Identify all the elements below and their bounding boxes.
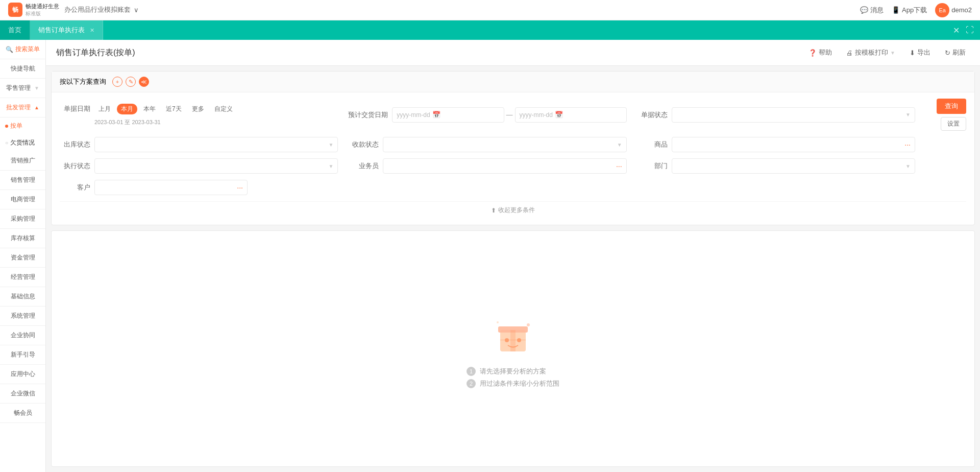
breadcrumb[interactable]: 办公用品行业模拟账套 ∨ [64, 5, 139, 14]
expected-date-range: yyyy-mm-dd 📅 — yyyy-mm-dd 📅 [392, 107, 626, 123]
preset-more[interactable]: 更多 [188, 104, 208, 114]
preset-this-month[interactable]: 本月 [117, 104, 137, 114]
sidebar-item-sales[interactable]: 销售管理 [0, 171, 45, 190]
export-label: 导出 [917, 48, 930, 57]
tab-right-actions: ✕ ⛶ [947, 20, 980, 40]
print-button[interactable]: 🖨 按模板打印 ▼ [842, 46, 899, 59]
out-status-label: 出库状态 [60, 140, 90, 149]
sidebar-item-member[interactable]: 畅会员 [0, 404, 45, 423]
backorder-label: 欠货情况 [10, 138, 35, 147]
sidebar-item-inventory[interactable]: 库存核算 [0, 229, 45, 248]
expected-date-start-input[interactable]: yyyy-mm-dd 📅 [392, 107, 504, 123]
sidebar-item-enterprise[interactable]: 企业协同 [0, 326, 45, 345]
preset-7days[interactable]: 近7天 [162, 104, 186, 114]
message-button[interactable]: 💬 消息 [860, 6, 884, 15]
date-filter-row: 单据日期 上月 本月 本年 近7天 更多 自定义 [60, 104, 338, 114]
out-status-filter: 出库状态 ▼ [60, 137, 338, 152]
step-2-text: 用过滤条件来缩小分析范围 [480, 379, 559, 388]
ecommerce-label: 电商管理 [11, 195, 35, 204]
customer-input[interactable]: ··· [94, 180, 248, 195]
svg-point-7 [497, 321, 499, 323]
sidebar-item-business[interactable]: 经营管理 [0, 268, 45, 287]
exec-status-arrow-icon: ▼ [328, 163, 333, 169]
goods-filter: 商品 ··· [637, 137, 915, 152]
goods-input[interactable]: ··· [672, 137, 915, 152]
app-download-label: App下载 [902, 6, 927, 15]
tab-close-icon[interactable]: ✕ [90, 27, 94, 34]
edit-scheme-button[interactable]: ✎ [126, 77, 136, 87]
sidebar-item-ecommerce[interactable]: 电商管理 [0, 190, 45, 209]
export-button[interactable]: ⬇ 导出 [905, 46, 935, 59]
sidebar-item-guide[interactable]: 新手引导 [0, 345, 45, 365]
dept-filter: 部门 ▼ [637, 158, 915, 174]
expected-date-label: 预计交货日期 [348, 110, 388, 120]
user-area[interactable]: Ea demo2 [935, 3, 972, 17]
page-header: 销售订单执行表(按单) ❓ 帮助 🖨 按模板打印 ▼ ⬇ 导出 ↻ 刷新 [46, 40, 980, 66]
step-1-num: 1 [467, 367, 476, 376]
sidebar-item-finance[interactable]: 资金管理 [0, 248, 45, 268]
receipt-status-arrow-icon: ▼ [617, 142, 622, 148]
add-scheme-button[interactable]: + [112, 77, 122, 87]
collapse-bar[interactable]: ⬆ 收起更多条件 [60, 201, 966, 219]
doc-status-select[interactable]: ▼ [672, 107, 915, 123]
step-2-num: 2 [467, 379, 476, 388]
guide-label: 新手引导 [11, 350, 35, 359]
preset-last-month[interactable]: 上月 [94, 104, 115, 114]
settings-button[interactable]: 设置 [941, 117, 966, 131]
expected-date-end-input[interactable]: yyyy-mm-dd 📅 [515, 107, 627, 123]
filter-panel: 按以下方案查询 + ✎ ≪ 单据日期 上月 本月 [51, 71, 975, 225]
help-icon: ❓ [808, 49, 817, 57]
breadcrumb-text: 办公用品行业模拟账套 [64, 5, 131, 14]
receipt-status-select[interactable]: ▼ [383, 137, 626, 152]
message-icon: 💬 [860, 6, 868, 14]
salesperson-input[interactable]: ··· [383, 158, 626, 174]
sidebar-item-system[interactable]: 系统管理 [0, 306, 45, 326]
dept-select[interactable]: ▼ [672, 158, 915, 174]
help-button[interactable]: ❓ 帮助 [804, 46, 836, 59]
sidebar-item-retail[interactable]: 零售管理 ▼ [0, 79, 45, 98]
wholesale-arrow-icon: ▲ [34, 105, 39, 110]
table-area: 1 请先选择要分析的方案 2 用过滤条件来缩小分析范围 [51, 230, 975, 467]
query-button[interactable]: 查询 [937, 99, 966, 114]
avatar-text: Ea [939, 7, 946, 13]
preset-custom[interactable]: 自定义 [210, 104, 237, 114]
receipt-status-label: 收款状态 [348, 140, 379, 149]
filter-row-2: 出库状态 ▼ 收款状态 ▼ 商品 [60, 137, 966, 152]
out-status-select[interactable]: ▼ [94, 137, 338, 152]
sidebar-item-wholesale[interactable]: 批发管理 ▲ [0, 98, 45, 117]
sidebar-item-purchase[interactable]: 采购管理 [0, 209, 45, 229]
svg-point-6 [527, 323, 530, 326]
page-title: 销售订单执行表(按单) [56, 48, 135, 58]
refresh-button[interactable]: ↻ 刷新 [941, 46, 970, 59]
empty-step-2: 2 用过滤条件来缩小分析范围 [467, 379, 559, 388]
step-1-text: 请先选择要分析的方案 [480, 367, 546, 376]
sidebar-item-quick-nav[interactable]: 快捷导航 [0, 59, 45, 79]
sidebar-item-appstore[interactable]: 应用中心 [0, 365, 45, 384]
sidebar-search[interactable]: 🔍 搜索菜单 [0, 40, 45, 59]
system-label: 系统管理 [11, 312, 35, 320]
sub-item-backorder[interactable]: ○ 欠货情况 [0, 134, 45, 151]
collapse-scheme-button[interactable]: ≪ [139, 77, 149, 87]
doc-status-arrow-icon: ▼ [905, 112, 911, 117]
expected-date-filter: 预计交货日期 yyyy-mm-dd 📅 — yyyy-mm-dd 📅 [348, 107, 626, 123]
tab-sales-order[interactable]: 销售订单执行表 ✕ [30, 20, 103, 40]
customer-more-icon[interactable]: ··· [237, 183, 243, 192]
sub-item-by-order[interactable]: 按单 [0, 117, 45, 134]
export-icon: ⬇ [910, 49, 915, 57]
goods-more-icon[interactable]: ··· [904, 140, 911, 149]
sidebar-item-marketing[interactable]: 营销推广 [0, 151, 45, 171]
maximize-icon[interactable]: ⛶ [966, 26, 974, 35]
sidebar-item-wechat[interactable]: 企业微信 [0, 384, 45, 404]
app-download-button[interactable]: 📱 App下载 [892, 6, 927, 15]
filter-row-1: 单据日期 上月 本月 本年 近7天 更多 自定义 2023-03-01 至 20… [60, 99, 966, 131]
filter-scheme-label: 按以下方案查询 [60, 77, 106, 86]
preset-this-year[interactable]: 本年 [139, 104, 160, 114]
tab-home[interactable]: 首页 [0, 20, 30, 40]
collapse-up-icon: ⬆ [491, 207, 496, 214]
avatar: Ea [935, 3, 949, 17]
collapse-label: 收起更多条件 [498, 206, 535, 215]
close-window-icon[interactable]: ✕ [953, 26, 960, 35]
exec-status-select[interactable]: ▼ [94, 158, 338, 174]
salesperson-more-icon[interactable]: ··· [616, 162, 622, 170]
sidebar-item-basic-info[interactable]: 基础信息 [0, 287, 45, 306]
